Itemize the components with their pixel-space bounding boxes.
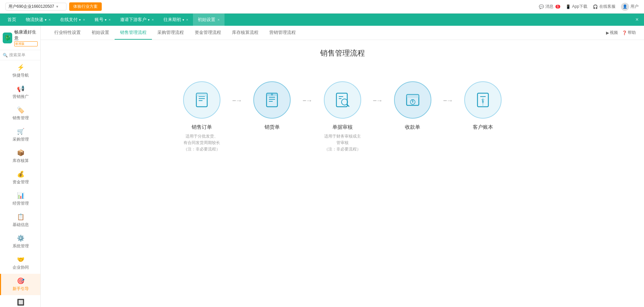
sub-tab-sales-flow-label: 销售管理流程 (120, 30, 147, 35)
sidebar-item-zijin[interactable]: 💰 资金管理 (0, 167, 40, 188)
nav-logistics[interactable]: 物流快递 ▾ × (21, 14, 55, 26)
user-selector[interactable]: 用户690企业1660120507 ▼ (5, 3, 66, 11)
app-download-label: App下载 (572, 4, 587, 9)
sidebar-label-kuaijie: 快捷导航 (13, 73, 29, 78)
sidebar-item-xiaoshou[interactable]: 🏷️ 销售管理 (0, 103, 40, 124)
review-icon (334, 91, 351, 109)
close-icon[interactable]: × (152, 18, 154, 22)
app-download-item[interactable]: 📱 App下载 (566, 4, 587, 9)
sub-tab-marketing-flow[interactable]: 营销管理流程 (264, 26, 301, 40)
sidebar-label-xitong: 系统管理 (13, 243, 29, 249)
sub-tab-inventory-flow-label: 库存核算流程 (232, 30, 258, 35)
nav-logistics-label: 物流快递 (26, 17, 43, 23)
online-service-item[interactable]: 🎧 在线客服 (593, 4, 616, 9)
arrow-icon: --→ (303, 97, 312, 104)
help-link[interactable]: ❓ 帮助 (622, 30, 636, 36)
flow-circle-review (324, 81, 361, 119)
sidebar-item-yingxiao[interactable]: 📢 营销推广 (0, 82, 40, 103)
sidebar-label-yingxiao: 营销推广 (13, 94, 29, 100)
sidebar-item-xietong[interactable]: 🤝 企业协同 (0, 252, 40, 274)
nav-payment[interactable]: 在线支付 ▾ × (55, 14, 90, 26)
close-icon[interactable]: × (186, 18, 188, 22)
sub-tab-industry[interactable]: 行业特性设置 (49, 26, 86, 40)
page-content: 销售管理流程 销售订单 适用于分批发货、有合同 (41, 40, 644, 307)
trial-button[interactable]: 体验行业方案 (69, 2, 102, 11)
sidebar-label-caigou: 采购管理 (13, 137, 29, 142)
sub-tab-init[interactable]: 初始设置 (86, 26, 115, 40)
sidebar-item-jingying[interactable]: 📊 经营管理 (0, 188, 40, 210)
flow-step-ledger: ¥ 客户账本 (452, 81, 513, 133)
nav-period[interactable]: 往来期初 ▾ × (159, 14, 193, 26)
top-bar: 用户690企业1660120507 ▼ 体验行业方案 💬 消息 6 📱 App下… (0, 0, 644, 14)
nav-init-settings[interactable]: 初始设置 × (193, 14, 224, 26)
main-layout: 🐉 畅康通好生意 标准版 🔍 搜索菜单 ⚡ 快捷导航 📢 营销推广 🏷️ 销售管… (0, 26, 644, 307)
sidebar-item-yingyong[interactable]: 🔲 应用中心 (0, 295, 40, 307)
sidebar-item-kucun[interactable]: 📦 库存核算 (0, 146, 40, 167)
video-label: 视频 (610, 30, 618, 36)
sub-tab-marketing-flow-label: 营销管理流程 (269, 30, 296, 35)
sidebar-item-jichuxinxi[interactable]: 📋 基础信息 (0, 210, 40, 231)
flow-arrow-1: --→ (232, 81, 241, 104)
flow-arrow-4: --→ (443, 81, 452, 104)
sidebar-label-xietong: 企业协同 (13, 265, 29, 270)
nav-period-label: 往来期初 (163, 17, 181, 23)
message-item[interactable]: 💬 消息 6 (539, 4, 560, 9)
video-link[interactable]: ▶ 视频 (606, 30, 618, 36)
nav-invite[interactable]: 邀请下游客户 ▾ × (115, 14, 158, 26)
close-icon[interactable]: × (48, 18, 51, 22)
message-icon: 💬 (539, 4, 544, 9)
apps-icon: 🔲 (17, 299, 24, 306)
step-name-payment: 收款单 (405, 124, 420, 130)
close-icon[interactable]: × (109, 18, 111, 22)
arrow-icon: --→ (373, 97, 382, 104)
sidebar-label-jingying: 经营管理 (13, 201, 29, 206)
close-icon[interactable]: × (217, 18, 219, 22)
chevron-down-icon: ▼ (56, 5, 59, 8)
top-bar-right: 💬 消息 6 📱 App下载 🎧 在线客服 👤 用户 (539, 3, 639, 11)
box-icon: 📦 (17, 149, 24, 157)
nav-close-button[interactable]: × (633, 17, 641, 23)
flow-diagram: 销售订单 适用于分批发货、有合同发货周期较长（注：非必要流程） --→ (49, 75, 636, 160)
message-label: 消息 (545, 4, 553, 9)
sub-tab-purchase-flow[interactable]: 采购管理流程 (152, 26, 189, 40)
step-name-sales-order: 销售订单 (192, 124, 212, 130)
sub-tabs-actions: ▶ 视频 ❓ 帮助 (606, 30, 636, 36)
flow-step-sales-order: 销售订单 适用于分批发货、有合同发货周期较长（注：非必要流程） (171, 81, 232, 153)
nav-bar: 首页 物流快递 ▾ × 在线支付 ▾ × 账号 ▾ × 邀请下游客户 ▾ × 往… (0, 14, 644, 26)
chevron-icon: ▾ (105, 18, 106, 22)
flow-circle-ledger: ¥ (464, 81, 502, 119)
arrow-icon: --→ (232, 97, 241, 104)
sidebar-item-kuaijie[interactable]: ⚡ 快捷导航 (0, 60, 40, 82)
search-label: 搜索菜单 (9, 52, 25, 58)
sidebar-label-xiaoshou: 销售管理 (13, 115, 29, 121)
page-title: 销售管理流程 (49, 48, 636, 58)
content-area: 行业特性设置 初始设置 销售管理流程 采购管理流程 资金管理流程 库存核算流程 … (41, 26, 644, 307)
nav-init-label: 初始设置 (198, 17, 215, 23)
info-icon: 📋 (17, 213, 24, 221)
sidebar-item-xinshou[interactable]: 🎯 新手引导 (0, 274, 40, 295)
sidebar-search[interactable]: 🔍 搜索菜单 (0, 50, 40, 60)
flow-circle-sales-order (183, 81, 220, 119)
logo-icon: 🐉 (3, 33, 12, 43)
flow-circle-payment: ¥ (394, 81, 431, 119)
sidebar-label-xinshou: 新手引导 (13, 286, 29, 292)
svg-rect-4 (196, 93, 207, 97)
step-desc-review: 适用于财务审核或主管审核（注：非必要流程） (324, 133, 361, 153)
user-avatar-item[interactable]: 👤 用户 (621, 3, 639, 11)
online-service-label: 在线客服 (599, 4, 616, 9)
ledger-icon: ¥ (474, 91, 492, 109)
sidebar-logo: 🐉 畅康通好生意 标准版 (0, 26, 40, 50)
sales-order-icon (193, 91, 211, 109)
sub-tab-sales-flow[interactable]: 销售管理流程 (115, 26, 152, 40)
close-icon[interactable]: × (83, 18, 85, 22)
nav-account-label: 账号 (95, 17, 103, 23)
logo-badge: 标准版 (14, 41, 38, 46)
sub-tab-inventory-flow[interactable]: 库存核算流程 (227, 26, 264, 40)
nav-home[interactable]: 首页 (3, 14, 21, 26)
nav-account[interactable]: 账号 ▾ × (90, 14, 115, 26)
sub-tab-finance-flow-label: 资金管理流程 (195, 30, 221, 35)
payment-icon: ¥ (404, 91, 422, 109)
sidebar-item-xitong[interactable]: ⚙️ 系统管理 (0, 231, 40, 252)
sub-tab-finance-flow[interactable]: 资金管理流程 (189, 26, 227, 40)
sidebar-item-caigou[interactable]: 🛒 采购管理 (0, 124, 40, 146)
